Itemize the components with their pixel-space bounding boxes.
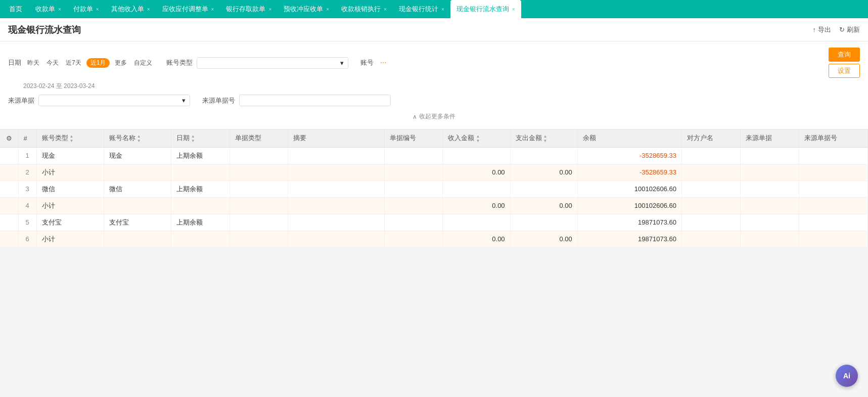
col-income[interactable]: 收入金额▲▼ [443,129,510,147]
close-icon[interactable]: × [147,7,150,12]
col-date[interactable]: 日期▲▼ [171,129,230,147]
source-doc-select[interactable]: ▾ [38,95,190,106]
cell-account-name [104,164,171,181]
date-opt-yesterday[interactable]: 昨天 [25,58,41,68]
table-container: ⚙ # 账号类型▲▼ 账号名称▲▼ 日期▲▼ 单据类型 摘要 单据编号 收入金额… [0,129,868,248]
cell-summary [288,181,384,197]
source-doc-filter-group: 来源单据 ▾ [8,95,190,106]
chevron-down-icon: ▾ [340,59,344,67]
cell-expense [510,181,577,197]
account-type-select[interactable]: ▾ [197,57,348,69]
page-title: 现金银行流水查询 [8,24,81,36]
cell-account-type: 支付宝 [36,214,104,231]
nav-tab-receipts[interactable]: 收款单 × [29,0,67,18]
account-no-ellipsis[interactable]: ··· [378,58,388,67]
nav-tab-cash-bank-stat[interactable]: 现金银行统计 × [393,0,450,18]
cell-doc-no [384,181,443,197]
cell-balance: 19871073.60 [577,214,681,231]
close-icon[interactable]: × [441,7,444,12]
cell-date [171,164,230,181]
cell-date [171,231,230,247]
cell-source-doc [740,197,799,214]
cell-date: 上期余额 [171,181,230,197]
cell-gear [0,231,18,247]
col-summary: 摘要 [288,129,384,147]
refresh-icon: ↻ [839,26,845,33]
cell-counterpart [681,197,740,214]
cell-row-num: 1 [18,147,36,164]
close-icon[interactable]: × [512,7,515,12]
cell-account-name: 支付宝 [104,214,171,231]
col-row-num: # [18,129,36,147]
export-button[interactable]: ↑ 导出 [813,25,832,34]
table-row: 1 现金 现金 上期余额 -3528659.33 [0,147,868,164]
refresh-button[interactable]: ↻ 刷新 [839,25,860,34]
cell-income [443,147,510,164]
close-icon[interactable]: × [384,7,387,12]
cell-doc-type [230,214,288,231]
cell-row-num: 4 [18,197,36,214]
nav-tab-cash-bank-flow[interactable]: 现金银行流水查询 × [450,0,521,18]
cell-doc-type [230,164,288,181]
account-type-label: 账号类型 [166,58,193,67]
cell-doc-no [384,231,443,247]
cell-doc-no [384,197,443,214]
cell-account-type: 小计 [36,197,104,214]
table-row: 2 小计 0.00 0.00 -3528659.33 [0,164,868,181]
nav-tab-advance-offset[interactable]: 预收冲应收单 × [278,0,335,18]
date-opt-custom[interactable]: 自定义 [132,58,154,68]
nav-home[interactable]: 首页 [2,0,29,18]
date-opt-1month[interactable]: 近1月 [86,58,110,68]
close-icon[interactable]: × [211,7,214,12]
nav-tab-payments[interactable]: 付款单 × [67,0,105,18]
cell-balance: 100102606.60 [577,181,681,197]
close-icon[interactable]: × [326,7,329,12]
nav-tab-other-income[interactable]: 其他收入单 × [105,0,156,18]
nav-tab-bank-deposit[interactable]: 银行存取款单 × [220,0,278,18]
cell-balance: 100102606.60 [577,197,681,214]
cell-doc-type [230,197,288,214]
cell-gear [0,214,18,231]
cell-account-name: 微信 [104,181,171,197]
close-icon[interactable]: × [268,7,271,12]
cell-source-doc-no [799,181,867,197]
col-balance: 余额 [577,129,681,147]
col-expense[interactable]: 支出金额▲▼ [510,129,577,147]
cell-balance: 19871073.60 [577,231,681,247]
cell-source-doc [740,181,799,197]
source-doc-no-input[interactable] [239,95,391,106]
cell-source-doc-no [799,164,867,181]
top-nav: 首页 收款单 × 付款单 × 其他收入单 × 应收应付调整单 × 银行存取款单 … [0,0,868,18]
cell-expense: 0.00 [510,164,577,181]
cell-doc-type [230,147,288,164]
cell-summary [288,231,384,247]
cell-row-num: 2 [18,164,36,181]
date-opt-today[interactable]: 今天 [44,58,61,68]
table-body: 1 现金 现金 上期余额 -3528659.33 2 小计 0.00 0.00 … [0,147,868,247]
nav-tab-ar-ap-adjust[interactable]: 应收应付调整单 × [156,0,220,18]
table-row: 5 支付宝 支付宝 上期余额 19871073.60 [0,214,868,231]
cell-counterpart [681,231,740,247]
date-opt-7days[interactable]: 近7天 [64,58,83,68]
cell-gear [0,164,18,181]
col-gear[interactable]: ⚙ [0,129,18,147]
cell-date: 上期余额 [171,214,230,231]
query-button[interactable]: 查询 [829,48,860,62]
collapse-bar[interactable]: ∧ 收起更多条件 [8,110,860,123]
cell-source-doc [740,164,799,181]
date-opt-more[interactable]: 更多 [113,58,129,68]
cell-account-type: 小计 [36,164,104,181]
col-account-name[interactable]: 账号名称▲▼ [104,129,171,147]
cell-gear [0,197,18,214]
cell-summary [288,147,384,164]
settings-button[interactable]: 设置 [829,64,860,78]
close-icon[interactable]: × [58,7,61,12]
col-doc-type: 单据类型 [230,129,288,147]
nav-tab-collection-exec[interactable]: 收款核销执行 × [335,0,393,18]
col-account-type[interactable]: 账号类型▲▼ [36,129,104,147]
table-row: 3 微信 微信 上期余额 100102606.60 [0,181,868,197]
cell-account-type: 微信 [36,181,104,197]
close-icon[interactable]: × [96,7,99,12]
filter-area: 日期 昨天 今天 近7天 近1月 更多 自定义 账号类型 ▾ 账号 ··· [0,41,868,129]
cell-source-doc-no [799,197,867,214]
